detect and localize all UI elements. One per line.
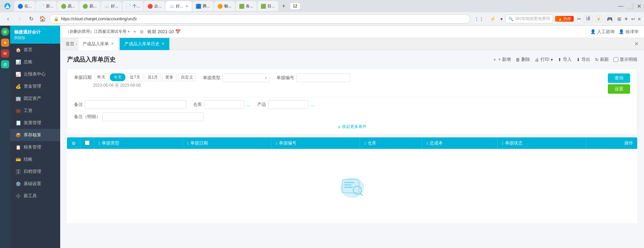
customer-service-button[interactable]: 👤 人工咨询 [590,29,615,35]
sidebar-item-fixed[interactable]: 🏢 固定资产 [10,92,60,105]
print-button[interactable]: 🖨 打印 ▾ [535,57,553,63]
icon-sidebar-item-2[interactable]: ★ [1,39,9,47]
refresh-data-button[interactable]: ↻ 刷新 [595,57,609,63]
calendar-icon[interactable]: 📅 [175,29,181,34]
date-btn-7days[interactable]: 近7天 [127,73,143,81]
warehouse-ellipsis-btn[interactable]: ... [246,102,251,107]
cut-tool-icon[interactable]: ✂ [577,16,581,22]
minimize-button[interactable]: — [618,3,623,9]
tab-close-t8[interactable]: ✕ [185,4,188,8]
page-tab-list[interactable]: 产成品入库单 ✕ [78,38,118,50]
warehouse-filter-input[interactable] [204,100,244,109]
date-btn-custom[interactable]: 自定义 [178,73,196,81]
sidebar-item-tax[interactable]: 📋 税务管理 [10,141,60,153]
hot-search-badge[interactable]: 🔥 热搜 [555,16,574,22]
settings-browser-icon[interactable]: ≡ [638,16,641,22]
show-detail-checkbox[interactable]: 显示明细 [614,57,637,63]
col-type[interactable]: ↕ 单据类型 [94,137,183,149]
col-date[interactable]: ↕ 单据日期 [183,137,271,149]
sidebar-item-fund[interactable]: 💰 资金管理 [10,80,60,92]
grid-icon[interactable]: ⊞ [617,16,621,22]
detail-checkbox-input[interactable] [614,57,618,62]
number-filter-input[interactable] [296,73,350,82]
tab-t5[interactable]: ☁️ 好... [101,1,122,11]
remark-filter-input[interactable] [85,100,186,109]
tab-t7[interactable]: 🔴 企... [144,1,165,11]
breadcrumb-home[interactable]: 首页 [66,41,74,47]
page-tab-current[interactable]: 产成品入库单历史 ✕ [120,38,169,50]
home-button[interactable]: 🏠 [38,14,47,24]
date-btn-today[interactable]: 今天 [110,73,125,81]
new-tab-button[interactable]: + [279,1,288,11]
sidebar-item-archive[interactable]: 🗄️ 归档管理 [10,165,60,178]
tab-t3[interactable]: 🟢 易... [57,1,78,11]
sidebar-item-inventory[interactable]: 📦 库存核算 [10,129,60,141]
col-number[interactable]: ↕ 单据编号 [271,137,360,149]
tab-t11[interactable]: 🟩 各... [236,1,257,11]
dropdown-button[interactable]: ▾ [500,16,503,22]
icon-sidebar-item-3[interactable]: W [1,49,9,58]
tab-t8[interactable]: ☁️ 好... ✕ [166,1,192,11]
icon-sidebar-item-4[interactable]: @ [1,60,9,68]
tab-t1[interactable]: 🔵 在... [14,1,35,11]
user-avatar[interactable]: 👤 徐泽华 [619,29,639,35]
tab-current-close[interactable]: ✕ [162,42,165,46]
translate-icon[interactable]: 译 [584,15,593,23]
tab-t6[interactable]: 📄 个... [122,1,143,11]
maximize-button[interactable]: ⬜ [627,3,634,9]
sidebar-item-basic[interactable]: ⚙️ 基础设置 [10,178,60,190]
type-selector[interactable]: ▾ [222,73,270,82]
extensions-button[interactable]: ⋮⋮ [472,16,486,22]
product-ellipsis-btn[interactable]: ... [311,102,315,107]
tab-t4[interactable]: 🟢 易... [79,1,100,11]
search-360-bar[interactable]: 🔍 360智能抠图免费用 [505,15,553,23]
tab-t12[interactable]: 🟩 目... [257,1,278,11]
tab-t2[interactable]: 📄 新... [36,1,57,11]
import-button[interactable]: ⬆ 导入 [558,57,572,63]
sidebar-item-report[interactable]: 📈 云报表中心 [10,68,60,80]
sidebar-item-home[interactable]: 🏠 首页 [10,44,60,56]
date-btn-1month[interactable]: 近1月 [145,73,161,81]
company-selector[interactable]: （勿删勿禁用）江西服宝测试专用 ▾ [66,29,130,35]
browser-nav-icon[interactable] [3,1,12,11]
currency-icon[interactable]: ¥ [595,16,602,22]
settings-icon[interactable]: ⚙ [140,29,144,35]
url-bar[interactable]: 🔒 https://cloud.chanjet.com/accounting/u… [49,14,470,24]
col-status[interactable]: ↕ 单据状态 [497,137,586,149]
sidebar-item-salary[interactable]: 💼 工资 [10,105,60,117]
tab-t10[interactable]: 🟠 畅... [214,1,235,11]
sidebar-item-settle[interactable]: 💳 结账 [10,153,60,165]
settings-button[interactable]: 设置 [608,84,630,94]
history-icon[interactable]: ↩ [631,16,635,22]
sidebar-item-invoice[interactable]: 🧾 发票管理 [10,117,60,129]
close-panel-button[interactable]: ✕ [634,41,639,47]
col-warehouse[interactable]: ↕ 仓库 [360,137,422,149]
icon-sidebar-item-main[interactable]: C [1,28,9,36]
product-filter-input[interactable] [268,100,309,109]
sidebar-item-newbill[interactable]: ➕ 新工具 [10,190,60,202]
gear-th-icon[interactable]: ⚙ [72,141,76,146]
export-button[interactable]: ⬇ 导出 [576,57,590,63]
sun-icon[interactable]: ☀ [624,16,628,22]
select-all-checkbox[interactable] [85,140,90,145]
col-gear[interactable]: ⚙ [67,137,80,149]
add-button[interactable]: ＋ + 新增 [493,57,511,63]
close-window-button[interactable]: ✕ [637,3,641,9]
tab-t9[interactable]: 🟦 腾... [192,1,213,11]
delete-button[interactable]: 🗑 删除 [516,57,530,63]
col-checkbox[interactable] [80,137,94,149]
refresh-button[interactable]: ↻ [26,14,36,24]
lightning-button[interactable]: ⚡ [488,16,498,22]
date-btn-more[interactable]: 更多 [162,73,176,81]
add-company-button[interactable]: + [133,29,136,35]
tab-list-close[interactable]: ✕ [111,42,114,46]
col-cost[interactable]: ↕ 总成本 [422,137,497,149]
back-button[interactable]: ‹ [3,14,13,24]
query-button[interactable]: 查询 [608,73,630,83]
sidebar-item-ledger[interactable]: 📊 总账 [10,56,60,68]
game-icon[interactable]: 🎮 [605,16,615,22]
remark-detail-input[interactable] [102,112,204,121]
date-btn-yesterday[interactable]: 昨天 [94,73,109,81]
collapse-button[interactable]: ∧ 收起更多条件 [74,124,630,130]
forward-button[interactable]: › [15,14,24,24]
